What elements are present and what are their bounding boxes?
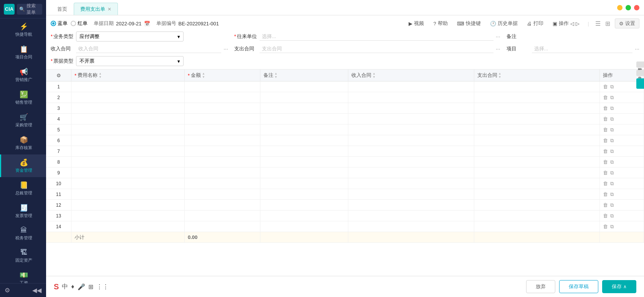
sidebar-item-invoice[interactable]: 🧾 发票管理	[0, 200, 46, 222]
sidebar-item-purchase[interactable]: 🛒 采购管理	[0, 109, 46, 132]
income-contract-input[interactable]	[76, 45, 221, 53]
grid-view-icon[interactable]: ⊞	[605, 20, 610, 27]
table-settings-icon[interactable]: ⚙	[56, 73, 61, 78]
copy-icon[interactable]: ⧉	[610, 170, 614, 176]
brand-icon-dots[interactable]: ⋮⋮	[96, 283, 109, 290]
main-content: 首页 费用支出单 ✕ 蓝单	[46, 0, 644, 297]
tab-close-icon[interactable]: ✕	[108, 7, 111, 12]
brand-icon-grid[interactable]: ⊞	[88, 283, 93, 290]
radio-group: 蓝单 红单	[51, 20, 88, 27]
copy-icon[interactable]: ⧉	[610, 116, 614, 122]
audio-footer-icon[interactable]: ◀◀	[32, 287, 41, 294]
right-edge-tab-attach[interactable]: 附件	[636, 61, 644, 68]
copy-icon[interactable]: ⧉	[610, 95, 614, 101]
settings-footer-icon[interactable]: ⚙	[5, 287, 10, 294]
sidebar-item-accounting[interactable]: 📒 总账管理	[0, 177, 46, 200]
sidebar-search[interactable]: 🔍 搜索菜单	[17, 4, 42, 15]
delete-icon[interactable]: 🗑	[603, 170, 608, 176]
save-draft-button[interactable]: 保存草稿	[559, 280, 598, 293]
delete-icon[interactable]: 🗑	[603, 95, 608, 100]
sidebar-item-sales[interactable]: 💹 销售管理	[0, 86, 46, 109]
settings-button[interactable]: ⚙ 设置	[615, 18, 639, 28]
brand-icon-mic[interactable]: 🎤	[78, 283, 85, 290]
project-input[interactable]	[532, 45, 633, 53]
delete-icon[interactable]: 🗑	[603, 116, 608, 122]
help-button[interactable]: ? 帮助	[431, 19, 450, 28]
sort-note-icon[interactable]: ▲ ▼	[275, 72, 278, 79]
partner-input[interactable]	[260, 32, 493, 41]
sort-amount-icon[interactable]: ▲ ▼	[202, 72, 205, 79]
right-edge-tab-note[interactable]: 备注	[636, 70, 644, 76]
save-arrow-icon: ∧	[623, 284, 627, 289]
print-button[interactable]: 🖨 打印	[525, 19, 546, 28]
tab-home[interactable]: 首页	[51, 3, 74, 15]
window-minimize-button[interactable]	[617, 5, 622, 10]
right-edge-tab-active[interactable]	[636, 78, 644, 89]
table-row: 7🗑⧉	[46, 146, 644, 157]
copy-icon[interactable]: ⧉	[610, 84, 614, 90]
sidebar-item-project-contract[interactable]: 📋 项目合同	[0, 41, 46, 64]
delete-icon[interactable]: 🗑	[603, 138, 608, 143]
invoice-type-select[interactable]: 不开票 ▾	[76, 56, 184, 66]
copy-icon[interactable]: ⧉	[610, 191, 614, 197]
sidebar-item-inventory[interactable]: 📦 库存核算	[0, 132, 46, 154]
sidebar-item-tax[interactable]: 🏛 税务管理	[0, 222, 46, 245]
expense-contract-input[interactable]	[260, 45, 493, 53]
tab-expense-sheet[interactable]: 费用支出单 ✕	[74, 3, 118, 15]
sidebar-item-quick-nav[interactable]: ⚡ 快捷导航	[0, 18, 46, 41]
delete-icon[interactable]: 🗑	[603, 105, 608, 111]
delete-icon[interactable]: 🗑	[603, 148, 608, 154]
delete-icon[interactable]: 🗑	[603, 127, 608, 133]
invoice-icon: 🧾	[20, 204, 28, 212]
video-button[interactable]: ▶ 视频	[406, 19, 426, 28]
copy-icon[interactable]: ⧉	[610, 181, 614, 187]
calendar-icon[interactable]: 📅	[144, 21, 150, 27]
copy-icon[interactable]: ⧉	[610, 127, 614, 133]
search-placeholder: 搜索菜单	[26, 3, 40, 16]
radio-blue[interactable]: 蓝单	[51, 20, 68, 27]
income-contract-more-icon[interactable]: ···	[223, 46, 228, 52]
delete-icon[interactable]: 🗑	[603, 224, 608, 229]
partner-more-icon[interactable]: ···	[496, 33, 500, 40]
biz-type-select[interactable]: 应付调整 ▾	[76, 32, 184, 41]
project-more-icon[interactable]: ···	[635, 46, 639, 52]
delete-icon[interactable]: 🗑	[603, 181, 608, 186]
expense-contract-more-icon[interactable]: ···	[496, 46, 500, 52]
radio-red[interactable]: 红单	[71, 20, 88, 27]
window-maximize-button[interactable]	[626, 5, 631, 10]
sidebar-item-marketing[interactable]: 📢 营销推广	[0, 64, 46, 86]
delete-icon[interactable]: 🗑	[603, 84, 608, 90]
delete-icon[interactable]: 🗑	[603, 202, 608, 208]
window-close-button[interactable]	[634, 5, 639, 10]
sidebar-item-fixed-assets[interactable]: 🏗 固定资产	[0, 245, 46, 267]
delete-icon[interactable]: 🗑	[603, 191, 608, 197]
th-settings[interactable]: ⚙	[46, 70, 71, 81]
discard-button[interactable]: 放弃	[526, 280, 555, 293]
sort-expense-icon[interactable]: ▲ ▼	[99, 72, 102, 79]
copy-icon[interactable]: ⧉	[610, 105, 614, 111]
copy-icon[interactable]: ⧉	[610, 202, 614, 208]
delete-icon[interactable]: 🗑	[603, 213, 608, 219]
shortcuts-button[interactable]: ⌨ 快捷键	[455, 19, 483, 28]
brand-icon-zhong[interactable]: 中	[62, 283, 68, 291]
save-button[interactable]: 保存 ∧	[602, 280, 636, 293]
accounting-icon: 📒	[20, 181, 28, 189]
payroll-icon: 💵	[20, 271, 28, 279]
copy-icon[interactable]: ⧉	[610, 138, 614, 144]
delete-icon[interactable]: 🗑	[603, 159, 608, 165]
copy-icon[interactable]: ⧉	[610, 213, 614, 219]
list-view-icon[interactable]: ☰	[595, 20, 601, 27]
project-group: 项目 ···	[507, 45, 639, 53]
sort-expense-contract-icon[interactable]: ▲ ▼	[498, 72, 502, 79]
sidebar-item-capital[interactable]: 💰 资金管理	[0, 154, 46, 177]
copy-icon[interactable]: ⧉	[610, 148, 614, 154]
sidebar-item-payroll[interactable]: 💵 工资	[0, 267, 46, 283]
chevron-right-icon: ▷	[576, 21, 579, 27]
copy-icon[interactable]: ⧉	[610, 224, 614, 230]
sort-income-icon[interactable]: ▲ ▼	[372, 72, 376, 79]
brand-icon-diamond[interactable]: ♦	[71, 283, 74, 290]
bottom-bar: S 中 ♦ 🎤 ⊞ ⋮⋮ 放弃 保存草稿 保存 ∧	[46, 276, 644, 297]
history-button[interactable]: 🕐 历史单据	[488, 19, 520, 28]
copy-icon[interactable]: ⧉	[610, 159, 614, 165]
operations-button[interactable]: ▣ 操作 ◁ ▷	[550, 19, 582, 28]
